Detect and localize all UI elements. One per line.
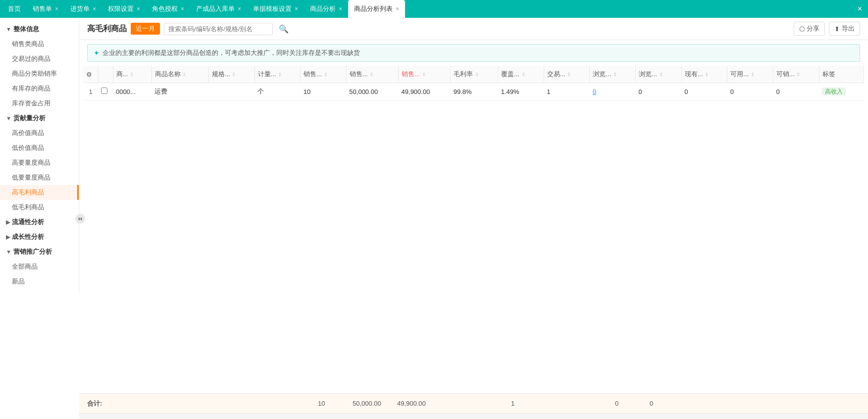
row-sales-amount: 50,000.00 (346, 83, 398, 100)
col-settings[interactable]: ⚙ (83, 66, 98, 83)
nav-tab-product-analysis[interactable]: 商品分析 × (304, 0, 348, 18)
nav-tab-template[interactable]: 单据模板设置 × (247, 0, 304, 18)
footer-label: 合计: (87, 399, 127, 408)
sidebar-item-high-margin[interactable]: 高毛利商品 (0, 185, 79, 200)
col-unit[interactable]: 计量... ⇕ (255, 66, 301, 83)
footer-current: 0 (612, 400, 647, 407)
share-icon: ⬡ (799, 25, 805, 33)
col-sales-qty[interactable]: 销售... ⇕ (301, 66, 347, 83)
row-current: 0 (681, 83, 727, 100)
close-icon[interactable]: × (55, 5, 58, 12)
col-tag[interactable]: 标签 (819, 66, 864, 83)
row-name: 运费 (152, 83, 208, 100)
sidebar-item-stock-capital[interactable]: 库存资金占用 (0, 96, 79, 111)
row-view1[interactable]: 0 (590, 83, 636, 100)
nav-tab-role[interactable]: 角色授权 × (146, 0, 190, 18)
footer-cells: 10 50,000.00 49,900.00 1 0 0 (127, 400, 860, 407)
col-sales-profit[interactable]: 销售... ⇕ (399, 66, 451, 83)
nav-tab-product-analysis-list[interactable]: 商品分析列表 × (348, 0, 405, 18)
col-spec[interactable]: 规格... ⇕ (208, 66, 255, 83)
sidebar-item-in-stock[interactable]: 有库存的商品 (0, 81, 79, 96)
col-sales-amount[interactable]: 销售... ⇕ (346, 66, 398, 83)
col-code[interactable]: 商... ⇕ (113, 66, 152, 83)
table-wrapper[interactable]: ⚙ 商... ⇕ 商品名称 ⇕ 规格... ⇕ 计量... ⇕ 销售... ⇕ … (79, 66, 868, 393)
footer-trade: 1 (508, 400, 543, 407)
sidebar-item-high-demand[interactable]: 高要量度商品 (0, 155, 79, 170)
col-name[interactable]: 商品名称 ⇕ (152, 66, 208, 83)
chevron-down-icon: ▼ (6, 26, 11, 32)
window-close-button[interactable]: × (854, 4, 866, 13)
col-coverage[interactable]: 覆盖... ⇕ (498, 66, 544, 83)
sidebar-item-sales-products[interactable]: 销售类商品 (0, 37, 79, 51)
sidebar: ▼ 整体信息 销售类商品 交易过的商品 商品分类助销率 有库存的商品 库存资金占… (0, 18, 79, 293)
col-checkbox (98, 66, 113, 83)
top-nav: 首页 销售单 × 进货单 × 权限设置 × 角色授权 × 产成品入库单 × 单据… (0, 0, 868, 18)
footer-total: 合计: 10 50,000.00 49,900.00 1 0 0 (79, 393, 868, 413)
sidebar-item-new-products[interactable]: 新品 (0, 274, 79, 289)
sidebar-item-traded-products[interactable]: 交易过的商品 (0, 51, 79, 66)
nav-tab-production[interactable]: 产成品入库单 × (190, 0, 247, 18)
row-sales-qty: 10 (301, 83, 347, 100)
tag-badge: 高收入 (822, 88, 846, 95)
chevron-right-icon: ▶ (6, 234, 10, 240)
close-icon[interactable]: × (238, 5, 241, 12)
footer-sales-amount: 50,000.00 (350, 400, 394, 407)
export-icon: ⬆ (834, 25, 840, 33)
row-spec (208, 83, 255, 100)
nav-tab-home[interactable]: 首页 (2, 0, 27, 18)
sidebar-item-category-sales-rate[interactable]: 商品分类助销率 (0, 66, 79, 81)
col-current[interactable]: 现有... ⇕ (681, 66, 727, 83)
sidebar-group-overall[interactable]: ▼ 整体信息 (0, 22, 79, 37)
nav-tab-purchase[interactable]: 进货单 × (64, 0, 102, 18)
horizontal-scrollbar[interactable] (79, 413, 868, 419)
col-gross-margin[interactable]: 毛利率 ⇕ (451, 66, 498, 83)
close-icon[interactable]: × (396, 5, 399, 12)
chevron-left-icon: ‹‹ (78, 215, 83, 222)
close-icon[interactable]: × (93, 5, 96, 12)
search-button[interactable]: 🔍 (277, 23, 291, 35)
row-unit: 个 (255, 83, 301, 100)
col-saleable[interactable]: 可销... ⇕ (773, 66, 819, 83)
close-icon[interactable]: × (181, 5, 184, 12)
sidebar-group-marketing[interactable]: ▼ 营销推广分析 (0, 244, 79, 259)
content-header: 高毛利商品 近一月 🔍 ⬡ 分享 ⬆ 导出 (79, 18, 868, 40)
filter-recent-month-button[interactable]: 近一月 (131, 23, 160, 35)
col-available[interactable]: 可用... ⇕ (727, 66, 773, 83)
col-view2[interactable]: 浏览... ⇕ (636, 66, 682, 83)
row-saleable: 0 (773, 83, 819, 100)
row-checkbox[interactable] (98, 83, 113, 100)
sidebar-item-low-value[interactable]: 低价值商品 (0, 140, 79, 155)
row-sales-profit: 49,900.00 (399, 83, 451, 100)
row-view2: 0 (636, 83, 682, 100)
sidebar-group-circulation[interactable]: ▶ 流通性分析 (0, 215, 79, 230)
info-banner: ✦ 企业的主要的利润都是这部分商品创造的，可考虑加大推广，同时关注库存是不要出现… (87, 44, 860, 62)
col-view1[interactable]: 浏览... ⇕ (590, 66, 636, 83)
share-button[interactable]: ⬡ 分享 (794, 22, 825, 36)
search-input[interactable] (164, 23, 273, 35)
sidebar-collapse-button[interactable]: ‹‹ (75, 214, 85, 224)
nav-tab-permission[interactable]: 权限设置 × (102, 0, 146, 18)
col-trade[interactable]: 交易... ⇕ (544, 66, 590, 83)
sidebar-item-high-value[interactable]: 高价值商品 (0, 126, 79, 140)
export-button[interactable]: ⬆ 导出 (829, 22, 860, 36)
sidebar-item-low-demand[interactable]: 低要量度商品 (0, 170, 79, 185)
chevron-right-icon: ▶ (6, 219, 10, 226)
info-icon: ✦ (94, 49, 100, 57)
sidebar-item-all-products[interactable]: 全部商品 (0, 259, 79, 274)
close-icon[interactable]: × (295, 5, 298, 12)
row-code[interactable]: 0000... (113, 83, 152, 100)
page-title: 高毛利商品 (87, 24, 127, 34)
sidebar-item-low-margin[interactable]: 低毛利商品 (0, 200, 79, 215)
row-num: 1 (83, 83, 98, 100)
row-trade: 1 (544, 83, 590, 100)
sidebar-group-contribution[interactable]: ▼ 贡献量分析 (0, 111, 79, 126)
nav-tab-sales[interactable]: 销售单 × (27, 0, 64, 18)
sidebar-group-growth[interactable]: ▶ 成长性分析 (0, 230, 79, 244)
main-layout: ▼ 整体信息 销售类商品 交易过的商品 商品分类助销率 有库存的商品 库存资金占… (0, 18, 868, 419)
row-coverage: 1.49% (498, 83, 544, 100)
table-header-row: ⚙ 商... ⇕ 商品名称 ⇕ 规格... ⇕ 计量... ⇕ 销售... ⇕ … (83, 66, 864, 83)
close-icon[interactable]: × (137, 5, 140, 12)
footer-sales-profit: 49,900.00 (394, 400, 439, 407)
chevron-down-icon: ▼ (6, 249, 11, 255)
close-icon[interactable]: × (339, 5, 342, 12)
